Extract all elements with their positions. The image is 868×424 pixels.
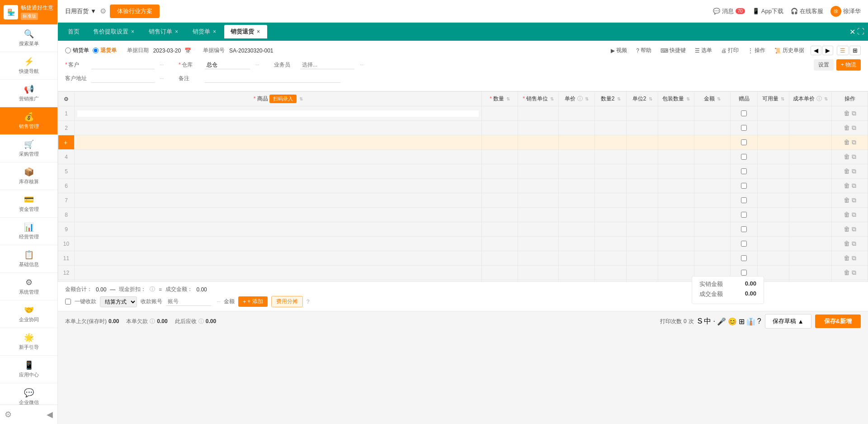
sidebar-item-purchase[interactable]: 🛒 采购管理 xyxy=(0,135,57,162)
gift-check-9[interactable] xyxy=(741,226,747,232)
sidebar-item-enterprise-wechat[interactable]: 💬 企业微信 xyxy=(0,383,57,405)
emoji-icon[interactable]: 😊 xyxy=(728,317,737,326)
delete-icon[interactable]: 🗑 xyxy=(844,254,850,262)
customer-input[interactable] xyxy=(91,61,155,69)
delete-icon[interactable]: 🗑 xyxy=(844,182,850,190)
address-dots[interactable]: ··· xyxy=(160,76,164,81)
tab-sale-price-close[interactable]: × xyxy=(130,29,135,35)
unit2-sort-icon[interactable]: ⇅ xyxy=(649,96,652,101)
row-unit2-1[interactable] xyxy=(627,106,658,121)
collapse-icon[interactable]: ◀ xyxy=(47,410,53,419)
row-qty-2[interactable] xyxy=(482,121,518,135)
row-qty2-1[interactable] xyxy=(595,106,627,121)
address-input[interactable] xyxy=(91,74,155,83)
row-price-3[interactable] xyxy=(559,135,595,150)
product-input-1[interactable] xyxy=(77,110,479,117)
expense-help-icon[interactable]: ? xyxy=(307,299,310,305)
copy-icon[interactable]: ⧉ xyxy=(852,182,856,190)
gift-check-1[interactable] xyxy=(741,110,747,116)
sidebar-item-finance[interactable]: 💳 资金管理 xyxy=(0,190,57,218)
grid-view-btn[interactable]: ⊞ xyxy=(849,46,861,55)
sidebar-item-new-guide[interactable]: 🌟 新手引导 xyxy=(0,328,57,356)
salesperson-input[interactable] xyxy=(300,61,354,69)
delete-icon[interactable]: 🗑 xyxy=(844,196,850,204)
list-view-btn[interactable]: ☰ xyxy=(837,46,849,55)
row-pack-3[interactable] xyxy=(658,135,694,150)
delete-row-2-icon[interactable]: 🗑 xyxy=(844,124,850,132)
account-dots[interactable]: ··· xyxy=(217,299,220,304)
delete-icon[interactable]: 🗑 xyxy=(844,240,850,248)
message-item[interactable]: 💬 消息 70 xyxy=(713,7,745,15)
copy-icon[interactable]: ⧉ xyxy=(852,269,856,276)
save-draft-btn[interactable]: 保存草稿 ▲ xyxy=(765,314,811,329)
available-sort-icon[interactable]: ⇅ xyxy=(781,96,784,101)
experience-btn[interactable]: 体验行业方案 xyxy=(110,5,160,18)
copy-icon[interactable]: ⧉ xyxy=(852,153,856,161)
settle-method-select[interactable]: 结算方式 xyxy=(100,296,137,307)
toolbar-operation-btn[interactable]: ⋮ 操作 xyxy=(745,45,768,56)
copy-icon[interactable]: ⧉ xyxy=(852,196,856,204)
account-num-input[interactable] xyxy=(166,297,211,306)
topbar-gear-icon[interactable]: ⚙ xyxy=(100,7,106,15)
row-pack-2[interactable] xyxy=(658,121,694,135)
sidebar-item-marketing[interactable]: 📢 营销推广 xyxy=(0,80,57,107)
copy-icon[interactable]: ⧉ xyxy=(852,254,856,262)
tab-sale-price[interactable]: 售价提取设置 × xyxy=(87,25,142,38)
amount-sort-icon[interactable]: ⇅ xyxy=(717,96,721,101)
row-qty-3[interactable] xyxy=(482,135,518,150)
delete-row-3-icon[interactable]: 🗑 xyxy=(844,138,850,146)
radio-sale-input[interactable] xyxy=(65,48,71,53)
row-product-1[interactable] xyxy=(75,106,482,121)
row-pack-1[interactable] xyxy=(658,106,694,121)
settings-input-icon[interactable]: 👔 xyxy=(746,317,755,326)
row-price-2[interactable] xyxy=(559,121,595,135)
toolbar-video-btn[interactable]: ▶ 视频 xyxy=(608,45,630,56)
online-service-item[interactable]: 🎧 在线客服 xyxy=(791,7,823,15)
row-amount-3[interactable] xyxy=(694,135,731,150)
row-add-btn-cell[interactable]: + xyxy=(58,135,75,150)
row-gift-2[interactable] xyxy=(731,121,758,135)
save-new-btn[interactable]: 保存&新增 xyxy=(815,314,861,328)
sidebar-item-search[interactable]: 🔍 搜索菜单 xyxy=(0,24,57,52)
more-input-icon[interactable]: ⊞ xyxy=(739,317,745,326)
toolbar-print-btn[interactable]: 🖨 打印 xyxy=(718,45,741,56)
product-sort-icon[interactable]: ⇅ xyxy=(299,96,303,101)
sidebar-item-app-center[interactable]: 📱 应用中心 xyxy=(0,356,57,383)
copy-icon[interactable]: ⧉ xyxy=(852,240,856,248)
gift-check-6[interactable] xyxy=(741,183,747,189)
sidebar-item-system[interactable]: ⚙ 系统管理 xyxy=(0,273,57,300)
gift-check-12[interactable] xyxy=(741,270,747,276)
toolbar-shortcut-btn[interactable]: ⌨ 快捷键 xyxy=(658,45,689,56)
tab-sale-return-close[interactable]: × xyxy=(256,29,261,35)
toolbar-select-btn[interactable]: ☰ 选单 xyxy=(692,45,715,56)
row-amount-2[interactable] xyxy=(694,121,731,135)
tab-sale-delivery[interactable]: 销货单 × xyxy=(186,25,223,38)
delete-row-1-icon[interactable]: 🗑 xyxy=(844,110,850,117)
settings-icon[interactable]: ⚙ xyxy=(5,410,12,419)
delete-icon[interactable]: 🗑 xyxy=(844,167,850,175)
customer-dots[interactable]: ··· xyxy=(160,62,164,67)
tab-sale-delivery-close[interactable]: × xyxy=(212,29,217,35)
tab-sale-return[interactable]: 销货退货 × xyxy=(224,25,267,38)
calendar-icon[interactable]: 📅 xyxy=(184,48,191,54)
tab-sale-order-close[interactable]: × xyxy=(174,29,179,35)
delete-icon[interactable]: 🗑 xyxy=(844,211,850,219)
salesperson-dots[interactable]: ··· xyxy=(360,62,363,67)
copy-row-2-icon[interactable]: ⧉ xyxy=(852,124,856,132)
app-download-item[interactable]: 📱 App下载 xyxy=(752,7,783,15)
add-logistics-btn[interactable]: + 物流 xyxy=(836,59,861,71)
sidebar-item-basic-info[interactable]: 📋 基础信息 xyxy=(0,245,57,273)
delete-icon[interactable]: 🗑 xyxy=(844,269,850,276)
radio-return[interactable]: 退货单 xyxy=(93,47,117,54)
row-gift-1[interactable] xyxy=(731,106,758,121)
tab-home[interactable]: 首页 xyxy=(61,25,86,38)
sidebar-item-sales[interactable]: 💰 销售管理 xyxy=(0,107,57,135)
toolbar-history-btn[interactable]: 📜 历史单据 xyxy=(772,45,807,56)
price-sort-icon[interactable]: ⇅ xyxy=(585,96,589,101)
sidebar-item-quick-nav[interactable]: ⚡ 快捷导航 xyxy=(0,52,57,80)
expense-btn[interactable]: 费用分摊 xyxy=(271,296,303,307)
row-sale-unit-2[interactable] xyxy=(518,121,559,135)
close-tab-btn[interactable]: ✕ xyxy=(849,28,855,36)
user-item[interactable]: 徐 徐泽华 xyxy=(830,6,861,17)
warehouse-input[interactable] xyxy=(205,61,250,69)
